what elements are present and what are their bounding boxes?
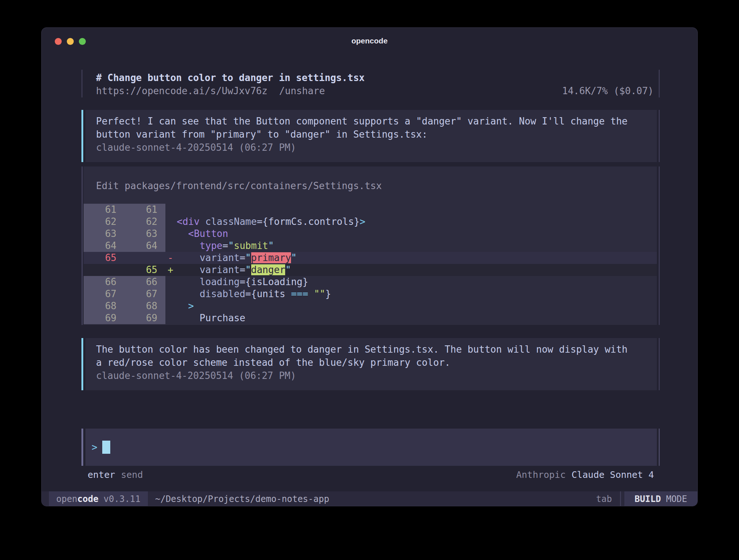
window-title: opencode bbox=[42, 37, 697, 45]
diff-row: 6464 type="submit" bbox=[84, 240, 657, 252]
code-token: = bbox=[240, 252, 245, 263]
new-line-number: 61 bbox=[125, 204, 165, 216]
mode-toggle-chip[interactable]: BUILD MODE bbox=[624, 491, 697, 506]
prompt-input-panel[interactable]: > bbox=[81, 429, 660, 466]
code-token bbox=[177, 228, 188, 239]
code-token bbox=[308, 288, 314, 299]
new-line-number bbox=[125, 252, 165, 264]
code-token: {units bbox=[251, 288, 291, 299]
mode-name: BUILD bbox=[635, 491, 661, 506]
diff-left-border bbox=[81, 166, 83, 325]
code-token: <div bbox=[177, 216, 200, 227]
code-token: loading bbox=[200, 276, 240, 287]
code-token: {isLoading} bbox=[245, 276, 308, 287]
old-line-number: 63 bbox=[84, 228, 125, 240]
diff-file-title: Edit packages/frontend/src/containers/Se… bbox=[84, 166, 657, 204]
app-name-code: code bbox=[77, 491, 99, 506]
working-directory: ~/Desktop/Projects/demo-notes-app bbox=[155, 491, 329, 506]
old-line-number: 61 bbox=[84, 204, 125, 216]
input-right-border bbox=[659, 429, 660, 466]
diff-marker bbox=[165, 288, 177, 300]
token-usage: 14.6K/7% ($0.07) bbox=[562, 84, 654, 97]
statusbar-divider bbox=[620, 491, 621, 506]
tab-key-hint: tab bbox=[596, 491, 612, 506]
new-line-number: 67 bbox=[125, 288, 165, 300]
code-token bbox=[200, 216, 206, 227]
new-line-number: 62 bbox=[125, 216, 165, 228]
diff-marker: + bbox=[165, 264, 177, 276]
diff-marker bbox=[165, 300, 177, 312]
code-token bbox=[177, 288, 200, 299]
old-line-number: 65 bbox=[84, 252, 125, 264]
message-text-line: The button color has been changed to dan… bbox=[96, 343, 650, 356]
code-token: } bbox=[325, 288, 331, 299]
code-token: Purchase bbox=[177, 312, 245, 323]
edit-tool-panel: Edit packages/frontend/src/containers/Se… bbox=[81, 166, 660, 325]
diff-marker bbox=[165, 228, 177, 240]
message-accent-bar bbox=[81, 338, 83, 390]
enter-key-hint: enter bbox=[81, 468, 115, 482]
header-right-border bbox=[659, 70, 660, 97]
message-right-border bbox=[659, 110, 660, 162]
message-model-meta: claude-sonnet-4-20250514 (06:27 PM) bbox=[96, 141, 650, 154]
text-cursor bbox=[102, 441, 110, 454]
prompt-symbol: > bbox=[92, 441, 97, 454]
diff-marker bbox=[165, 240, 177, 252]
diff-row: 6161 bbox=[84, 204, 657, 216]
old-line-number: 67 bbox=[84, 288, 125, 300]
code-line: variant="danger" bbox=[177, 264, 657, 276]
code-token: submit bbox=[234, 240, 268, 251]
status-bar: opencode v0.3.11 ~/Desktop/Projects/demo… bbox=[42, 491, 697, 506]
new-line-number: 69 bbox=[125, 312, 165, 324]
code-token: className bbox=[205, 216, 257, 227]
code-line: loading={isLoading} bbox=[177, 276, 657, 288]
code-token: = bbox=[257, 216, 263, 227]
model-label[interactable]: Claude Sonnet 4 bbox=[571, 468, 660, 482]
assistant-message: The button color has been changed to dan… bbox=[81, 338, 660, 390]
input-left-border bbox=[81, 429, 83, 466]
code-token: > bbox=[360, 216, 365, 227]
old-line-number: 68 bbox=[84, 300, 125, 312]
session-title: # Change button color to danger in setti… bbox=[96, 71, 654, 84]
new-line-number: 66 bbox=[125, 276, 165, 288]
code-token: <Button bbox=[188, 228, 228, 239]
message-model-meta: claude-sonnet-4-20250514 (06:27 PM) bbox=[96, 369, 650, 382]
code-token: primary bbox=[251, 252, 291, 263]
new-line-number: 64 bbox=[125, 240, 165, 252]
old-line-number bbox=[84, 264, 125, 276]
code-token: > bbox=[188, 300, 194, 311]
code-token: " bbox=[228, 240, 234, 251]
app-name-open: open bbox=[56, 491, 77, 506]
code-token: " bbox=[291, 252, 297, 263]
diff-marker bbox=[165, 216, 177, 228]
diff-row: 6363 <Button bbox=[84, 228, 657, 240]
code-token: disabled bbox=[200, 288, 245, 299]
old-line-number: 69 bbox=[84, 312, 125, 324]
old-line-number: 64 bbox=[84, 240, 125, 252]
diff-row: 6262<div className={formCs.controls}> bbox=[84, 216, 657, 228]
diff-row: 6666 loading={isLoading} bbox=[84, 276, 657, 288]
code-token: = bbox=[240, 276, 245, 287]
diff-rows: 61616262<div className={formCs.controls}… bbox=[84, 204, 657, 324]
message-accent-bar bbox=[81, 110, 83, 162]
code-token: = bbox=[222, 240, 228, 251]
mode-suffix: MODE bbox=[666, 491, 687, 506]
diff-marker bbox=[165, 276, 177, 288]
code-line: > bbox=[177, 300, 657, 312]
share-url[interactable]: https://opencode.ai/s/UwJxv76z bbox=[96, 84, 268, 97]
code-token: variant bbox=[200, 264, 240, 275]
code-token: " bbox=[268, 240, 274, 251]
code-token: "" bbox=[314, 288, 325, 299]
old-line-number: 62 bbox=[84, 216, 125, 228]
app-version: v0.3.11 bbox=[104, 491, 141, 506]
unshare-command[interactable]: /unshare bbox=[279, 84, 325, 97]
code-token bbox=[177, 240, 200, 251]
diff-marker: - bbox=[165, 252, 177, 264]
diff-row: 65- variant="primary" bbox=[84, 252, 657, 264]
prompt-input[interactable]: > bbox=[85, 429, 657, 466]
message-text-line: Perfect! I can see that the Button compo… bbox=[96, 115, 650, 128]
code-token bbox=[177, 252, 200, 263]
code-token: " bbox=[245, 252, 251, 263]
diff-marker bbox=[165, 312, 177, 324]
code-line: Purchase bbox=[177, 312, 657, 324]
